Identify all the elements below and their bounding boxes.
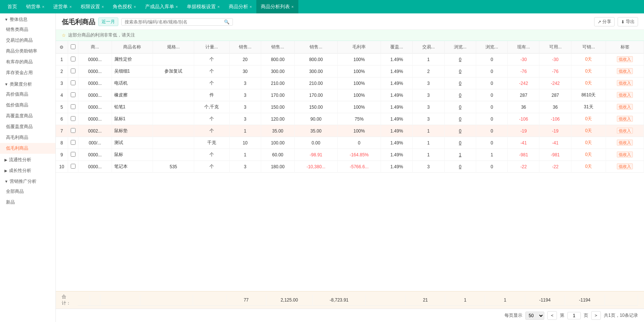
col-spec-header[interactable]: 规格... [153,41,194,54]
filter-recent-month-btn[interactable]: 近一月 [98,17,118,26]
share-button[interactable]: ↗ 分享 [594,17,615,26]
row-checkbox[interactable] [68,125,78,137]
row-name[interactable]: 鼠标 [112,149,153,161]
sidebar-item-low-value[interactable]: 低价值商品 [0,100,55,111]
row-browse1[interactable]: 1 [444,149,476,161]
row-checkbox[interactable] [68,77,78,89]
page-size-select[interactable]: 50 20 100 [525,312,544,320]
row-browse1[interactable]: 0 [444,113,476,125]
nav-purchase[interactable]: 进货单× [49,0,76,13]
sidebar-item-inventory-capital[interactable]: 库存资金占用 [0,67,55,78]
row-name[interactable]: 橡皮擦 [112,89,153,101]
row-name[interactable]: 笔记本 [112,161,153,173]
col-settings[interactable]: ⚙ [56,41,68,54]
row-name[interactable]: 属性定价 [112,54,153,66]
row-select-checkbox[interactable] [71,140,76,145]
sidebar-item-traded-goods[interactable]: 交易过的商品 [0,35,55,46]
nav-sales[interactable]: 销货单× [22,0,49,13]
row-browse1[interactable]: 0 [444,125,476,137]
row-browse1[interactable]: 0 [444,89,476,101]
row-browse1[interactable]: 0 [444,54,476,66]
sidebar-item-new-goods[interactable]: 新品 [0,197,55,208]
row-browse1[interactable]: 0 [444,101,476,113]
row-checkbox[interactable] [68,66,78,77]
close-icon[interactable]: × [42,4,44,9]
prev-page-button[interactable]: ＜ [547,311,557,320]
sidebar-group-cluster[interactable]: ▼ 类聚度分析 [0,78,55,89]
sidebar-item-low-coverage[interactable]: 低覆盖度商品 [0,121,55,132]
row-browse1[interactable]: 0 [444,66,476,77]
col-trade-header[interactable]: 交易... [413,41,444,54]
col-name-header[interactable]: 商品名称 [112,41,153,54]
close-icon[interactable]: × [176,4,178,9]
sidebar-item-high-value[interactable]: 高价值商品 [0,89,55,100]
sidebar-group-overall[interactable]: ▼ 整体信息 [0,13,55,24]
row-browse1[interactable]: 0 [444,161,476,173]
close-icon[interactable]: × [134,4,136,9]
page-number-input[interactable] [567,312,581,319]
col-stock-header[interactable]: 现有... [508,41,539,54]
row-browse1[interactable]: 0 [444,137,476,149]
col-coverage-header[interactable]: 覆盖... [381,41,413,54]
row-select-checkbox[interactable] [71,152,76,157]
search-icon[interactable]: 🔍 [224,19,230,25]
sidebar-item-high-coverage[interactable]: 高覆盖度商品 [0,111,55,121]
export-button[interactable]: ⬇ 导出 [618,17,638,26]
col-days-header[interactable]: 可销... [571,41,606,54]
row-name[interactable]: 鼠标垫 [112,125,153,137]
row-select-checkbox[interactable] [71,128,76,133]
row-checkbox[interactable] [68,161,78,173]
row-select-checkbox[interactable] [71,57,76,61]
col-qty-header[interactable]: 销售... [229,41,261,54]
col-avail-header[interactable]: 可用... [539,41,571,54]
sidebar-group-growth[interactable]: ▶ 成长性分析 [0,165,55,175]
close-icon[interactable]: × [102,4,104,9]
nav-product-analysis-list[interactable]: 商品分析列表× [256,0,298,13]
sidebar-item-category-rate[interactable]: 商品分类助销率 [0,46,55,57]
row-checkbox[interactable] [68,101,78,113]
sidebar-group-circulation[interactable]: ▶ 流通性分析 [0,154,55,165]
sidebar-item-all-goods[interactable]: 全部商品 [0,186,55,197]
row-browse1[interactable]: 0 [444,77,476,89]
close-icon[interactable]: × [69,4,71,9]
col-browse1-header[interactable]: 浏览... [444,41,476,54]
nav-template[interactable]: 单据模板设置× [182,0,224,13]
row-checkbox[interactable] [68,54,78,66]
search-input[interactable] [125,19,224,25]
col-price-header[interactable]: 销售... [261,41,294,54]
col-tag-header[interactable]: 标签 [606,41,644,54]
col-browse2-header[interactable]: 浏览... [476,41,507,54]
row-checkbox[interactable] [68,149,78,161]
close-icon[interactable]: × [291,4,294,9]
row-select-checkbox[interactable] [71,164,76,169]
col-unit-header[interactable]: 计量... [194,41,229,54]
row-checkbox[interactable] [68,113,78,125]
row-select-checkbox[interactable] [71,92,76,97]
row-select-checkbox[interactable] [71,80,76,85]
close-icon[interactable]: × [217,4,220,9]
row-select-checkbox[interactable] [71,116,76,121]
row-name[interactable]: 铅笔1 [112,101,153,113]
col-amount-header[interactable]: 销售... [295,41,337,54]
row-select-checkbox[interactable] [71,104,76,109]
row-name[interactable]: 测试 [112,137,153,149]
close-icon[interactable]: × [250,4,252,9]
sidebar-group-marketing[interactable]: ▼ 营销推广分析 [0,175,55,186]
col-code-header[interactable]: 商... [78,41,112,54]
row-select-checkbox[interactable] [71,68,76,73]
row-checkbox[interactable] [68,89,78,101]
next-page-button[interactable]: ＞ [591,311,601,320]
col-gross-header[interactable]: 毛利率 [337,41,381,54]
sidebar-item-high-profit[interactable]: 高毛利商品 [0,132,55,143]
row-checkbox[interactable] [68,137,78,149]
row-name[interactable]: 电话机 [112,77,153,89]
nav-permissions[interactable]: 权限设置× [76,0,108,13]
nav-product-entry[interactable]: 产成品入库单× [141,0,182,13]
sidebar-item-low-profit[interactable]: 低毛利商品 [0,143,55,154]
select-all-checkbox[interactable] [71,44,76,49]
sidebar-item-sales-goods[interactable]: 销售类商品 [0,24,55,35]
nav-home[interactable]: 首页 [3,0,22,13]
sidebar-item-stocked-goods[interactable]: 有库存的商品 [0,57,55,67]
row-name[interactable]: 吴细细1 [112,66,153,77]
nav-product-analysis[interactable]: 商品分析× [224,0,256,13]
